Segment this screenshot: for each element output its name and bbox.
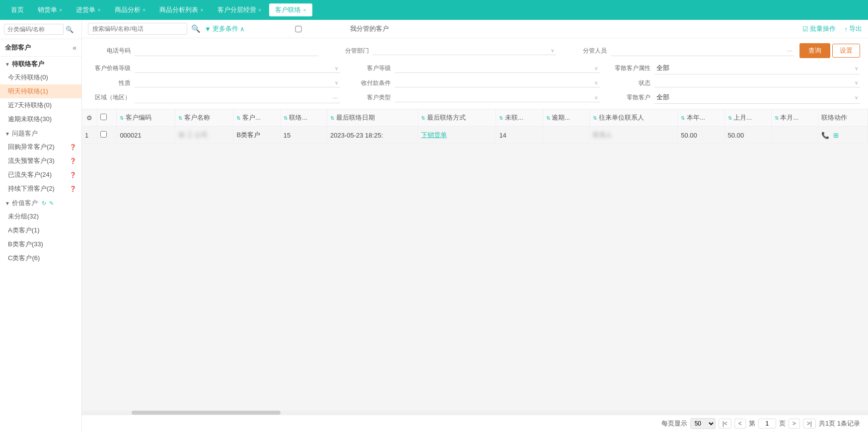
sidebar-item-overdue[interactable]: 逾期未联络(30) — [0, 112, 81, 126]
sidebar-item-churned[interactable]: 已流失客户(24) ❓ — [0, 168, 81, 182]
search-input[interactable] — [88, 23, 187, 35]
adv-region-field: 区域（地区） ··· — [90, 92, 340, 103]
sidebar-item-today[interactable]: 今天待联络(0) — [0, 71, 81, 84]
phone-input[interactable] — [135, 46, 318, 56]
th-contact-person[interactable]: ⇅ 往来单位联系人 — [589, 109, 677, 127]
my-customers-check[interactable] — [249, 26, 348, 32]
adv-cust-level-field: 客户等级 ∨ — [350, 64, 600, 73]
help-icon[interactable]: ❓ — [70, 158, 76, 164]
sidebar-item-churn-warning[interactable]: 流失预警客户(3) ❓ — [0, 154, 81, 168]
nav-item-商品分析[interactable]: 商品分析 × — [109, 3, 151, 16]
export-btn[interactable]: ↑ 导出 — [845, 24, 863, 33]
cust-type-select[interactable]: ∨ — [395, 93, 600, 102]
retail-attr-select[interactable]: 全部 ∨ — [654, 62, 860, 74]
sidebar-item-ungroup[interactable]: 未分组(32) — [0, 210, 81, 223]
nav-item-客户联络[interactable]: 客户联络 × — [269, 3, 312, 16]
page-input[interactable] — [758, 419, 776, 429]
retail-select[interactable]: 全部 ∨ — [654, 91, 860, 104]
page-label: 第 — [749, 419, 755, 428]
last-page-btn[interactable]: >| — [803, 419, 816, 429]
arrow-icon: ▼ — [5, 131, 10, 137]
th-overdue[interactable]: ⇅ 逾期... — [543, 109, 589, 127]
sidebar-item-repurchase-abnormal[interactable]: 回购异常客户(2) ❓ — [0, 140, 81, 154]
grid-action-icon[interactable]: ⊞ — [833, 132, 839, 139]
phone-action-icon[interactable]: 📞 — [821, 132, 829, 139]
help-icon[interactable]: ❓ — [70, 186, 76, 192]
sidebar-group-problem[interactable]: ▼ 问题客户 — [0, 126, 81, 140]
sidebar-item-c-class[interactable]: C类客户(6) — [0, 251, 81, 265]
td-contact-person: 联系人 — [589, 127, 677, 144]
close-icon[interactable]: × — [97, 7, 100, 13]
payment-select[interactable]: ∨ — [395, 78, 600, 87]
cust-price-select[interactable]: ∨ — [135, 64, 340, 73]
td-this-month — [771, 127, 818, 144]
sidebar-group-value[interactable]: ▼ 价值客户 ↻ ✎ — [0, 196, 81, 210]
td-last-way[interactable]: 下销货单 — [418, 127, 496, 144]
th-last-month[interactable]: ⇅ 上月... — [724, 109, 771, 127]
page-size-select[interactable]: 50 100 200 — [690, 418, 716, 429]
th-contact-count[interactable]: ⇅ 联络... — [280, 109, 327, 127]
th-last-date[interactable]: ⇅ 最后联络日期 — [327, 109, 418, 127]
chevron-down-icon: ∨ — [855, 80, 858, 85]
first-page-btn[interactable]: |< — [719, 419, 731, 429]
status-select[interactable]: ∨ — [654, 78, 860, 87]
top-nav: 首页 销货单 × 进货单 × 商品分析 × 商品分析列表 × 客户分层经营 × … — [0, 0, 868, 20]
sidebar-item-7days[interactable]: 近7天待联络(0) — [0, 98, 81, 112]
query-button[interactable]: 查询 — [799, 43, 830, 58]
bulk-op-btn[interactable]: ☑ 批量操作 — [802, 24, 836, 33]
close-icon[interactable]: × — [143, 7, 145, 13]
scrollbar-thumb[interactable] — [132, 411, 281, 415]
th-checkbox[interactable] — [97, 109, 117, 127]
row-checkbox[interactable] — [100, 131, 107, 138]
close-icon[interactable]: × — [59, 7, 62, 13]
region-select[interactable]: ··· — [135, 92, 340, 103]
more-filter-btn[interactable]: ▼ 更多条件 ∧ — [205, 24, 245, 33]
td-checkbox[interactable] — [97, 127, 117, 144]
nav-item-进货单[interactable]: 进货单 × — [70, 3, 106, 16]
adv-retail-attr-field: 零散客户属性 全部 ∨ — [610, 62, 860, 74]
th-code[interactable]: ⇅ 客户编码 — [117, 109, 175, 127]
search-icon[interactable]: 🔍 — [66, 26, 73, 33]
help-icon[interactable]: ❓ — [70, 172, 76, 178]
sidebar-item-tomorrow[interactable]: 明天待联络(1) — [0, 84, 81, 98]
person-select[interactable]: ··· — [611, 45, 795, 56]
chevron-down-icon: ∨ — [594, 95, 598, 100]
sidebar-item-b-class[interactable]: B类客户(33) — [0, 237, 81, 251]
close-icon[interactable]: × — [200, 7, 203, 13]
select-all-checkbox[interactable] — [100, 114, 107, 120]
search-icon[interactable]: 🔍 — [191, 24, 201, 33]
sidebar-group-pending[interactable]: ▼ 待联络客户 — [0, 57, 81, 71]
sidebar-item-a-class[interactable]: A类客户(1) — [0, 223, 81, 237]
nav-item-销货单[interactable]: 销货单 × — [32, 3, 68, 16]
prev-page-btn[interactable]: < — [734, 419, 746, 429]
cust-level-select[interactable]: ∨ — [395, 64, 600, 73]
th-this-year[interactable]: ⇅ 本年... — [678, 109, 724, 127]
th-uncontact[interactable]: ⇅ 未联... — [496, 109, 543, 127]
nav-home[interactable]: 首页 — [5, 3, 30, 16]
th-gear[interactable]: ⚙ — [82, 109, 97, 127]
close-icon[interactable]: × — [303, 7, 306, 13]
close-icon[interactable]: × — [258, 7, 261, 13]
adv-retail-field: 零散客户 全部 ∨ — [610, 91, 860, 104]
nav-item-客户分层经营[interactable]: 客户分层经营 × — [212, 3, 267, 16]
sort-icon: ⇅ — [120, 115, 124, 121]
nav-item-商品分析列表[interactable]: 商品分析列表 × — [153, 3, 209, 16]
th-this-month[interactable]: ⇅ 本月... — [771, 109, 818, 127]
my-customers-checkbox[interactable]: 我分管的客户 — [249, 24, 389, 33]
th-cust-type[interactable]: ⇅ 客户... — [233, 109, 280, 127]
sidebar-item-declining[interactable]: 持续下滑客户(2) ❓ — [0, 182, 81, 196]
edit-icon[interactable]: ✎ — [49, 200, 54, 207]
refresh-icon[interactable]: ↻ — [42, 200, 46, 207]
th-last-way[interactable]: ⇅ 最后联络方式 — [418, 109, 496, 127]
gender-select[interactable]: ∨ — [135, 78, 340, 87]
next-page-btn[interactable]: > — [789, 419, 800, 429]
th-name[interactable]: ⇅ 客户名称 — [175, 109, 233, 127]
set-button[interactable]: 设置 — [832, 44, 860, 58]
help-icon[interactable]: ❓ — [70, 144, 76, 150]
scrollbar-track[interactable] — [82, 411, 868, 415]
collapse-icon[interactable]: « — [72, 44, 76, 52]
dept-select[interactable]: ∨ — [373, 46, 557, 55]
sidebar-search-input[interactable] — [4, 24, 64, 35]
adv-row-3: 性质 ∨ 收付款条件 ∨ 状态 — [90, 78, 860, 87]
sidebar-all-customers[interactable]: 全部客户 « — [0, 39, 81, 57]
